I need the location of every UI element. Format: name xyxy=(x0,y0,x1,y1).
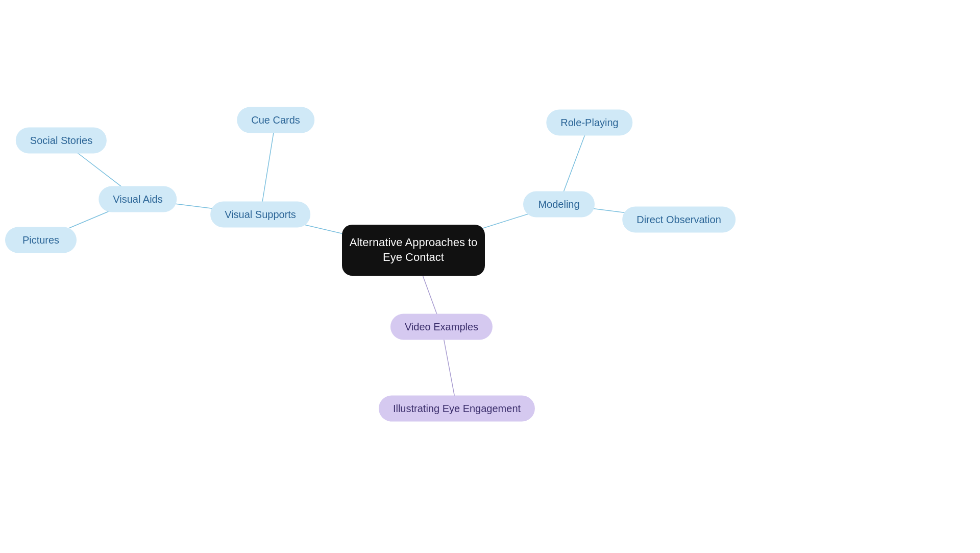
center-node[interactable]: Alternative Approaches to Eye Contact xyxy=(342,225,485,276)
pictures-node[interactable]: Pictures xyxy=(5,227,77,253)
social-stories-node[interactable]: Social Stories xyxy=(16,128,107,154)
svg-line-1 xyxy=(260,120,276,214)
video-examples-node[interactable]: Video Examples xyxy=(390,314,493,340)
cue-cards-node[interactable]: Cue Cards xyxy=(237,107,314,133)
visual-supports-node[interactable]: Visual Supports xyxy=(210,202,310,228)
direct-observation-node[interactable]: Direct Observation xyxy=(622,207,736,233)
modeling-node[interactable]: Modeling xyxy=(523,191,595,218)
illustrating-eye-engagement-node[interactable]: Illustrating Eye Engagement xyxy=(379,396,535,422)
visual-aids-node[interactable]: Visual Aids xyxy=(99,186,177,212)
role-playing-node[interactable]: Role-Playing xyxy=(546,110,632,136)
